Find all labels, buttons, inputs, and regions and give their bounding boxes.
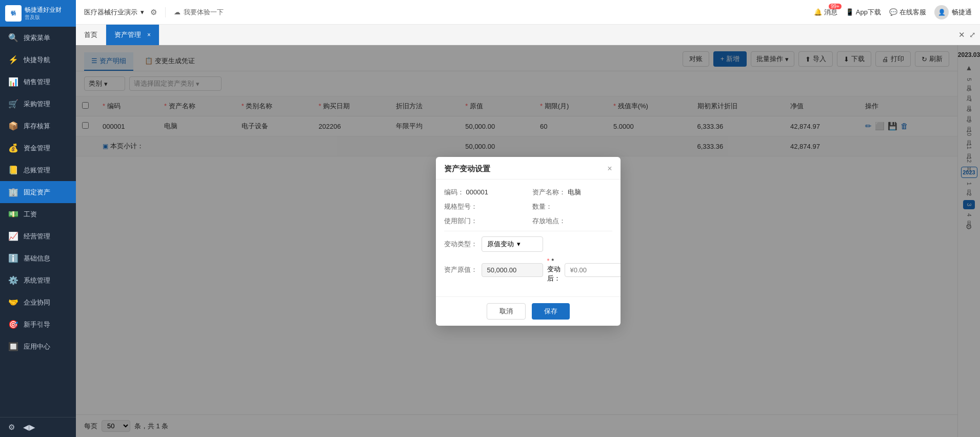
sidebar-item-system[interactable]: ⚙️ 系统管理 [0,269,76,291]
logo-sub: 普及版 [25,14,62,21]
sidebar: 畅 畅捷通好业财 普及版 🔍 搜索菜单 ⚡ 快捷导航 📊 销售管理 🛒 采购管理… [0,0,76,437]
system-icon: ⚙️ [8,275,18,285]
content-area: ☰ 资产明细 📋 变更生成凭证 对账 + 新增 批量操作 ▾ [76,45,980,437]
tabbar: 首页 资产管理 × ✕ ⤢ [76,25,980,45]
logo-text: 畅捷通好业财 [25,6,62,14]
enterprise-icon: 🤝 [8,297,18,307]
dialog-row-2: 规格型号： 数量： [444,202,612,211]
sidebar-item-fixed-assets[interactable]: 🏢 固定资产 [0,181,76,203]
after-label: * 变动后： [547,257,561,283]
dialog-change-type-row: 变动类型： 原值变动 ▾ [444,236,612,252]
sidebar-bottom: ⚙ ◀▶ [0,417,76,437]
tab-close-icon[interactable]: × [147,31,151,38]
quicknav-icon: ⚡ [8,55,18,65]
sidebar-item-label: 固定资产 [24,188,50,197]
inventory-icon: 📦 [8,121,18,131]
sidebar-item-salary[interactable]: 💵 工资 [0,203,76,225]
topbar: 医疗器械行业演示 ▾ ⚙ ☁ 我要体验一下 🔔 消息 99+ 📱 App下载 💬… [76,0,980,25]
sidebar-item-quicknav[interactable]: ⚡ 快捷导航 [0,49,76,71]
sidebar-item-label: 库存核算 [24,122,50,131]
sidebar-item-guide[interactable]: 🎯 新手引导 [0,313,76,335]
dept-label: 使用部门： [444,216,477,226]
notification-badge: 99+ [829,4,842,9]
sidebar-item-label: 销售管理 [24,77,50,87]
sidebar-item-finance[interactable]: 💰 资金管理 [0,137,76,159]
ledger-icon: 📒 [8,165,18,175]
dialog-header: 资产变动设置 × [436,157,621,180]
change-type-label: 变动类型： [444,240,477,249]
app-download-button[interactable]: 📱 App下载 [846,8,881,17]
sidebar-item-label: 搜索菜单 [24,33,50,43]
change-type-value: 原值变动 [487,240,514,249]
sales-icon: 📊 [8,77,18,87]
fixed-assets-icon: 🏢 [8,187,18,197]
quantity-label: 数量： [532,202,552,211]
download-icon: 📱 [846,8,854,16]
tabbar-expand-icon[interactable]: ⤢ [969,30,976,39]
cancel-button[interactable]: 取消 [487,303,526,320]
topbar-right: 🔔 消息 99+ 📱 App下载 💬 在线客服 👤 畅捷通 [814,5,972,19]
sidebar-item-label: 新手引导 [24,320,50,329]
dialog-row-1: 编码： 000001 资产名称： 电脑 [444,188,612,197]
required-star: * [551,257,554,265]
bell-icon: 🔔 [814,8,822,16]
settings-gear-icon[interactable]: ⚙ [150,8,157,17]
dialog-close-button[interactable]: × [607,164,612,173]
user-menu[interactable]: 👤 畅捷通 [934,5,972,19]
search-icon: 🔍 [8,33,18,43]
original-value-label: 资产原值： [444,265,477,274]
code-value: 000001 [466,188,488,196]
dialog-title: 资产变动设置 [444,164,490,174]
dialog-field-location: 存放地点： [532,216,612,226]
guide-icon: 🎯 [8,320,18,329]
collapse-icon[interactable]: ◀▶ [23,423,35,432]
topbar-divider [165,7,166,17]
service-label: 在线客服 [899,8,926,17]
dialog-field-quantity: 数量： [532,202,612,211]
sidebar-item-sales[interactable]: 📊 销售管理 [0,71,76,93]
code-label: 编码： [444,188,464,197]
main-area: 医疗器械行业演示 ▾ ⚙ ☁ 我要体验一下 🔔 消息 99+ 📱 App下载 💬… [76,0,980,437]
sidebar-item-label: 总账管理 [24,166,50,175]
experience-text: 我要体验一下 [184,8,224,17]
experience-link[interactable]: ☁ 我要体验一下 [174,8,224,17]
sidebar-item-business[interactable]: 📈 经营管理 [0,225,76,247]
sidebar-item-label: 快捷导航 [24,55,50,65]
change-type-selector[interactable]: 原值变动 ▾ [482,236,543,252]
location-label: 存放地点： [532,216,566,226]
sidebar-item-search[interactable]: 🔍 搜索菜单 [0,27,76,49]
name-label: 资产名称： [532,188,566,197]
company-selector[interactable]: 医疗器械行业演示 ▾ [84,8,144,17]
sidebar-item-inventory[interactable]: 📦 库存核算 [0,115,76,137]
sidebar-item-apps[interactable]: 🔲 应用中心 [0,335,76,357]
avatar: 👤 [934,5,949,19]
tab-home[interactable]: 首页 [76,25,106,45]
sidebar-item-label: 采购管理 [24,100,50,109]
sidebar-item-purchase[interactable]: 🛒 采购管理 [0,93,76,115]
sidebar-item-basic-info[interactable]: ℹ️ 基础信息 [0,247,76,269]
dialog-value-row: 资产原值： * 变动后： [444,257,612,283]
dialog-divider [444,231,612,231]
after-value-input[interactable] [565,263,621,277]
sidebar-item-ledger[interactable]: 📒 总账管理 [0,159,76,181]
dialog-field-dept: 使用部门： [444,216,524,226]
settings-icon[interactable]: ⚙ [8,423,15,432]
sidebar-item-label: 应用中心 [24,342,50,351]
dialog-field-code: 编码： 000001 [444,188,524,197]
finance-icon: 💰 [8,143,18,153]
tabbar-close-icon[interactable]: ✕ [958,30,965,39]
customer-service-button[interactable]: 💬 在线客服 [889,8,926,17]
apps-icon: 🔲 [8,342,18,351]
business-icon: 📈 [8,231,18,241]
company-dropdown-icon: ▾ [141,8,144,16]
service-icon: 💬 [889,8,897,16]
salary-icon: 💵 [8,209,18,219]
sidebar-logo: 畅 畅捷通好业财 普及版 [0,0,76,27]
tab-asset-management[interactable]: 资产管理 × [106,25,159,45]
dialog-body: 编码： 000001 资产名称： 电脑 规格型号： [436,180,621,296]
notification-button[interactable]: 🔔 消息 99+ [814,8,837,17]
save-button[interactable]: 保存 [532,303,570,320]
modal-overlay: 资产变动设置 × 编码： 000001 资产名称： 电脑 [76,45,980,437]
sidebar-item-enterprise[interactable]: 🤝 企业协同 [0,291,76,313]
logo-icon: 畅 [5,5,22,22]
